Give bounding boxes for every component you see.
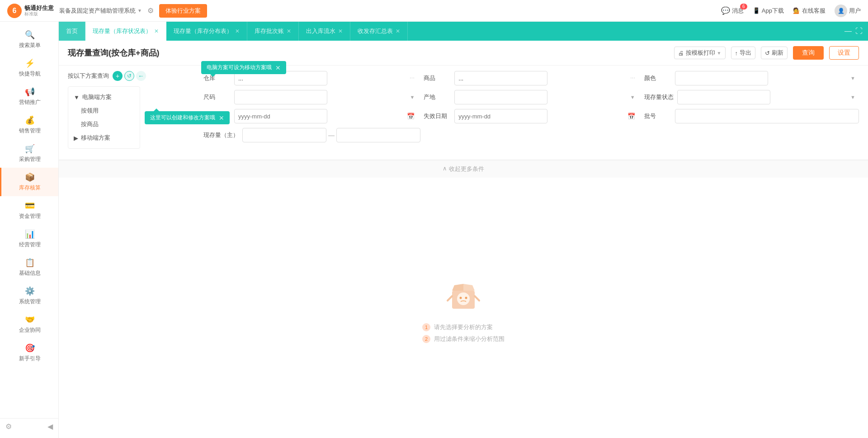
avatar: 👤 — [835, 5, 847, 17]
message-action[interactable]: 💬 消息 6 — [721, 6, 744, 15]
print-template-button[interactable]: 🖨 按模板打印 ▼ — [674, 47, 726, 59]
prod-date-start-calendar-icon[interactable]: 📅 — [407, 113, 415, 120]
prod-date-start-input[interactable] — [234, 109, 327, 123]
sidebar-item-management[interactable]: 📊 经营管理 — [0, 225, 58, 253]
tab-stock-status[interactable]: 现存量（库存状况表） ✕ — [85, 22, 166, 41]
color-field: 颜色 ▼ — [644, 71, 859, 85]
stock-status-input[interactable] — [677, 90, 770, 104]
collapse-bar[interactable]: ∧ 收起更多条件 — [59, 160, 868, 178]
sidebar-label-finance: 资金管理 — [19, 212, 41, 220]
stock-main-start-input[interactable] — [242, 128, 326, 142]
back-scheme-button[interactable]: ← — [136, 71, 146, 81]
inventory-icon: 📦 — [25, 172, 35, 182]
sidebar-item-purchase[interactable]: 🛒 采购管理 — [0, 139, 58, 168]
message-icon: 💬 — [721, 6, 730, 15]
scheme-item-by-goods[interactable]: 按商品 — [68, 118, 140, 131]
scheme-collapse-icon: ▶ — [74, 135, 78, 141]
scheme-item-mobile[interactable]: ▶ 移动端方案 — [68, 131, 140, 145]
stock-status-field: 现存量状态 ▼ — [644, 90, 859, 104]
sales-icon: 💰 — [25, 115, 35, 125]
export-button[interactable]: ↑ 导出 — [731, 47, 756, 59]
header: 6 畅通好生意 标准版 装备及固定资产辅助管理系统 ▼ ⚙ 体验行业方案 💬 消… — [0, 0, 868, 22]
tooltip-pc-close[interactable]: ✕ — [275, 64, 281, 71]
batch-label: 批号 — [644, 112, 671, 120]
origin-input[interactable] — [454, 90, 547, 104]
main-layout: 🔍 搜索菜单 ⚡ 快捷导航 📢 营销推广 💰 销售管理 🛒 采购管理 📦 库存核… — [0, 22, 868, 438]
trial-button[interactable]: 体验行业方案 — [159, 4, 207, 18]
step-1-text: 请先选择要分析的方案 — [434, 323, 493, 331]
size-select-wrap: ▼ — [234, 90, 418, 104]
warehouse-label: 仓库 — [203, 74, 231, 82]
user-action[interactable]: 👤 用户 — [835, 5, 861, 17]
batch-input[interactable] — [675, 109, 859, 123]
sidebar-item-tutorial[interactable]: 🎯 新手引导 — [0, 339, 58, 367]
svg-point-3 — [465, 297, 467, 299]
sidebar-item-finance[interactable]: 💳 资金管理 — [0, 196, 58, 225]
tab-stock-status-close[interactable]: ✕ — [154, 28, 159, 34]
stock-main-end-input[interactable] — [336, 128, 420, 142]
sidebar-label-search: 搜索菜单 — [19, 42, 41, 49]
empty-text-list: 1 请先选择要分析的方案 2 用过滤条件来缩小分析范围 — [422, 323, 505, 343]
filter-row-3: 生产日期 📅 失效日期 — [203, 109, 859, 123]
stock-status-label: 现存量状态 — [644, 93, 674, 101]
collapse-up-icon: ∧ — [443, 165, 447, 173]
tab-summary[interactable]: 收发存汇总表 ✕ — [350, 22, 408, 41]
logo-sub: 标准版 — [24, 11, 54, 17]
settings-icon[interactable]: ⚙ — [147, 6, 154, 15]
scheme-item-by-use[interactable]: 按领用 — [68, 104, 140, 118]
tooltip-edit-close[interactable]: ✕ — [219, 114, 224, 122]
warehouse-select-arrow: ⋯ — [410, 75, 415, 81]
filter-row-2: 尺码 ▼ 产地 ▼ — [203, 90, 859, 104]
tooltip-edit-text: 这里可以创建和修改方案哦 — [150, 114, 215, 122]
sidebar-item-basic-info[interactable]: 📋 基础信息 — [0, 253, 58, 282]
sidebar-settings-icon[interactable]: ⚙ — [5, 422, 12, 431]
sidebar-item-cooperation[interactable]: 🤝 企业协同 — [0, 310, 58, 339]
prod-date-start-wrap: 📅 — [234, 109, 418, 123]
sidebar-label-marketing: 营销推广 — [19, 99, 41, 106]
system-selector[interactable]: 装备及固定资产辅助管理系统 ▼ — [59, 7, 142, 15]
tab-batch-close[interactable]: ✕ — [287, 28, 291, 34]
tab-inout-close[interactable]: ✕ — [338, 28, 343, 34]
app-download-action[interactable]: 📱 App下载 — [753, 7, 784, 15]
goods-input[interactable] — [454, 71, 547, 85]
scheme-item-pc[interactable]: ▼ 电脑端方案 — [68, 90, 140, 104]
tab-stock-dist-close[interactable]: ✕ — [235, 28, 240, 34]
filter-title: 按以下方案查询 — [68, 72, 109, 80]
stock-status-arrow: ▼ — [850, 94, 855, 100]
refresh-scheme-button[interactable]: ↺ — [124, 71, 134, 81]
sidebar-item-system[interactable]: ⚙️ 系统管理 — [0, 282, 58, 310]
export-icon: ↑ — [735, 50, 738, 57]
tab-home[interactable]: 首页 — [59, 22, 85, 41]
sidebar-collapse-icon[interactable]: ◀ — [47, 422, 53, 431]
svg-line-5 — [475, 296, 479, 301]
logo-area: 6 畅通好生意 标准版 — [7, 4, 54, 18]
size-input[interactable] — [234, 90, 327, 104]
tab-stock-dist[interactable]: 现存量（库存分布表） ✕ — [166, 22, 247, 41]
logo-text: 畅通好生意 标准版 — [24, 5, 54, 17]
sidebar-item-inventory[interactable]: 📦 库存核算 — [0, 168, 58, 196]
color-input[interactable] — [675, 71, 768, 85]
tab-summary-close[interactable]: ✕ — [396, 28, 400, 34]
sidebar-label-cooperation: 企业协同 — [19, 326, 41, 334]
scheme-mobile-label: 移动端方案 — [81, 134, 110, 142]
refresh-button[interactable]: ↺ 刷新 — [761, 47, 788, 59]
tab-inout[interactable]: 出入库流水 ✕ — [299, 22, 350, 41]
add-scheme-button[interactable]: + — [113, 71, 123, 81]
tab-maximize-icon[interactable]: ⛶ — [855, 27, 863, 35]
sidebar-item-sales[interactable]: 💰 销售管理 — [0, 111, 58, 139]
sidebar-item-marketing[interactable]: 📢 营销推广 — [0, 82, 58, 111]
sidebar-item-search[interactable]: 🔍 搜索菜单 — [0, 25, 58, 54]
expire-date-start-input[interactable] — [454, 109, 547, 123]
sidebar-item-quick-nav[interactable]: ⚡ 快捷导航 — [0, 54, 58, 82]
filter-fields-overlay: 仓库 ⋯ 商品 ⋯ — [203, 71, 859, 142]
tab-minimize-icon[interactable]: — — [844, 27, 852, 35]
logo-main: 畅通好生意 — [24, 5, 54, 12]
online-service-action[interactable]: 💁 在线客服 — [793, 7, 826, 15]
reset-button[interactable]: 设置 — [829, 46, 859, 60]
system-icon: ⚙️ — [25, 286, 35, 296]
query-button[interactable]: 查询 — [793, 46, 824, 60]
goods-label: 商品 — [424, 74, 451, 82]
tab-batch[interactable]: 库存批次账 ✕ — [247, 22, 299, 41]
origin-select-arrow: ▼ — [630, 94, 635, 100]
expire-date-start-calendar-icon[interactable]: 📅 — [627, 113, 635, 120]
